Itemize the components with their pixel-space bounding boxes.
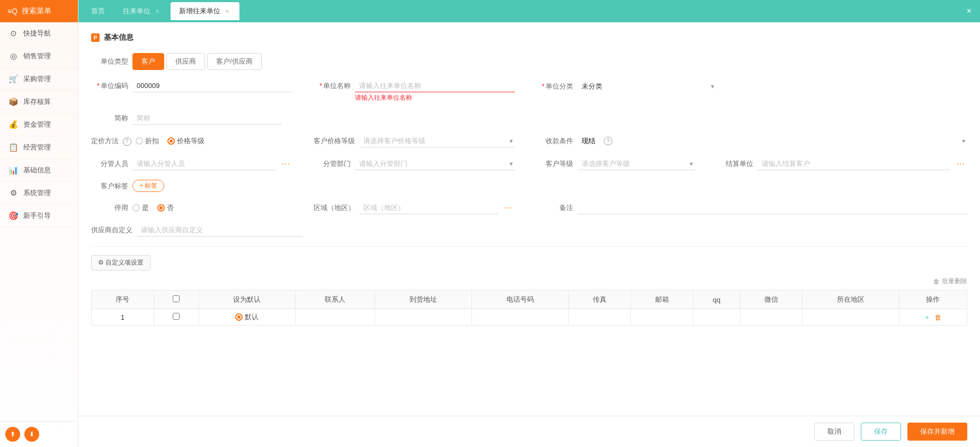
unit-name-input[interactable] bbox=[355, 80, 515, 92]
pricing-help-icon[interactable]: ? bbox=[123, 137, 131, 146]
radio-no-circle bbox=[157, 204, 165, 212]
unit-code-input[interactable] bbox=[132, 80, 292, 92]
form-content: P 基本信息 单位类型 客户 供应商 客户/供应商 *单位编码 bbox=[78, 22, 980, 416]
radio-price-level[interactable]: 价格等级 bbox=[167, 136, 204, 146]
operations-icon: 📋 bbox=[8, 143, 18, 152]
row-address bbox=[375, 309, 472, 326]
basic-icon: 📊 bbox=[8, 165, 18, 175]
sidebar-item-label: 系统管理 bbox=[23, 188, 51, 198]
payment-terms-wrapper: 现结 ▾ ? bbox=[577, 134, 967, 148]
main-area: 首页 往来单位 × 新增往来单位 × × P 基本信息 单位类型 客户 供应商 … bbox=[78, 0, 980, 447]
settlement-unit-more-btn[interactable]: ··· bbox=[955, 159, 967, 169]
customer-level-field: 客户等级 ▾ bbox=[536, 157, 695, 170]
btn-both[interactable]: 客户/供应商 bbox=[207, 53, 262, 70]
sidebar-bottom: ⬆ ⬇ bbox=[0, 421, 78, 447]
sidebar-item-label: 经营管理 bbox=[23, 143, 51, 152]
sidebar-item-label: 基础信息 bbox=[23, 165, 51, 175]
unit-code-label: *单位编码 bbox=[91, 81, 128, 91]
customer-price-level-wrapper[interactable]: ▾ bbox=[359, 135, 515, 147]
custom-settings-button[interactable]: ⚙ 自定义项设置 bbox=[91, 255, 150, 270]
row-email bbox=[631, 309, 693, 326]
payment-terms-chevron: ▾ bbox=[962, 137, 965, 145]
sidebar-item-purchase[interactable]: 🛒 采购管理 bbox=[0, 68, 78, 91]
remark-input[interactable] bbox=[577, 201, 967, 214]
remark-field: 备注 bbox=[536, 201, 967, 214]
sidebar-search-label: 搜索菜单 bbox=[22, 6, 51, 16]
batch-delete-button[interactable]: 🗑 批量删除 bbox=[933, 277, 967, 286]
col-default: 设为默认 bbox=[199, 291, 296, 309]
manager-label: 分管人员 bbox=[91, 159, 128, 169]
cancel-button[interactable]: 取消 bbox=[814, 423, 854, 441]
add-tag-button[interactable]: + 标签 bbox=[132, 180, 164, 192]
payment-terms-help-icon[interactable]: ? bbox=[604, 137, 612, 145]
department-input[interactable] bbox=[355, 157, 515, 170]
region-more-btn[interactable]: ··· bbox=[502, 203, 515, 213]
tab-partners[interactable]: 往来单位 × bbox=[114, 2, 170, 20]
sidebar-search[interactable]: ≡Q 搜索菜单 bbox=[0, 0, 78, 22]
unit-type-row: 单位类型 客户 供应商 客户/供应商 bbox=[91, 53, 967, 70]
customer-price-level-input[interactable] bbox=[359, 135, 515, 147]
sidebar-item-basic[interactable]: 📊 基础信息 bbox=[0, 159, 78, 182]
customer-level-wrapper[interactable]: ▾ bbox=[577, 157, 695, 170]
form-footer: 取消 保存 保存并新增 bbox=[78, 416, 980, 447]
tab-home[interactable]: 首页 bbox=[83, 2, 113, 20]
save-button[interactable]: 保存 bbox=[861, 423, 901, 441]
manager-row: 分管人员 ··· 分管部门 ▾ 客户等级 ▾ 结算单位 bbox=[91, 157, 967, 170]
unit-type-label: 单位类型 bbox=[91, 57, 128, 66]
table-header-row: 序号 设为默认 联系人 到货地址 电话号码 传真 邮箱 qq 微信 所在地区 操… bbox=[92, 291, 967, 309]
sidebar-bottom-btn-2[interactable]: ⬇ bbox=[24, 427, 39, 442]
radio-no[interactable]: 否 bbox=[157, 203, 174, 213]
divider bbox=[91, 246, 967, 247]
row-default-cell: 默认 bbox=[199, 309, 296, 326]
manager-input[interactable] bbox=[132, 157, 275, 170]
remark-label: 备注 bbox=[536, 203, 573, 213]
department-wrapper[interactable]: ▾ bbox=[355, 157, 515, 170]
sidebar-item-guide[interactable]: 🎯 新手引导 bbox=[0, 205, 78, 227]
sidebar-item-inventory[interactable]: 📦 库存核算 bbox=[0, 91, 78, 113]
radio-yes[interactable]: 是 bbox=[132, 203, 149, 213]
sidebar-item-quick-nav[interactable]: ⊙ 快捷导航 bbox=[0, 22, 78, 45]
sidebar-item-label: 销售管理 bbox=[23, 51, 51, 61]
supplier-custom-input[interactable] bbox=[137, 224, 303, 236]
radio-discount-circle bbox=[136, 137, 143, 145]
sidebar-item-system[interactable]: ⚙ 系统管理 bbox=[0, 182, 78, 205]
sidebar-item-operations[interactable]: 📋 经营管理 bbox=[0, 136, 78, 159]
tab-partners-close[interactable]: × bbox=[154, 7, 161, 15]
manager-more-btn[interactable]: ··· bbox=[280, 159, 292, 169]
sidebar-item-label: 库存核算 bbox=[23, 97, 51, 107]
sales-icon: ◎ bbox=[8, 51, 18, 61]
row-add-btn[interactable]: + bbox=[925, 313, 929, 321]
unit-info-row: *单位编码 *单位名称 请输入往来单位名称 *单位分类 未分类 bbox=[91, 80, 967, 102]
row-fax bbox=[568, 309, 631, 326]
tab-new-partner-close[interactable]: × bbox=[224, 7, 231, 15]
region-field: 区域（地区） ··· bbox=[314, 201, 515, 214]
quick-nav-icon: ⊙ bbox=[8, 29, 18, 38]
sidebar-item-finance[interactable]: 💰 资金管理 bbox=[0, 113, 78, 136]
row-delete-btn[interactable]: 🗑 bbox=[934, 313, 941, 321]
unit-name-label: *单位名称 bbox=[314, 81, 351, 91]
btn-customer[interactable]: 客户 bbox=[132, 53, 164, 70]
short-name-label: 简称 bbox=[91, 113, 128, 123]
radio-discount[interactable]: 折扣 bbox=[136, 136, 159, 146]
supplier-custom-row: 供应商自定义 bbox=[91, 224, 967, 236]
section-basic-info: P 基本信息 bbox=[91, 33, 967, 42]
window-close-btn[interactable]: × bbox=[963, 4, 976, 18]
guide-icon: 🎯 bbox=[8, 211, 18, 221]
payment-terms-label: 收款条件 bbox=[536, 136, 573, 146]
short-name-input[interactable] bbox=[132, 112, 282, 125]
row-checkbox[interactable] bbox=[173, 313, 180, 320]
row-default-radio[interactable]: 默认 bbox=[204, 312, 290, 322]
contact-table: 序号 设为默认 联系人 到货地址 电话号码 传真 邮箱 qq 微信 所在地区 操… bbox=[91, 290, 967, 326]
settlement-unit-input[interactable] bbox=[758, 157, 950, 170]
unit-code-field: *单位编码 bbox=[91, 80, 292, 92]
region-input[interactable] bbox=[359, 201, 498, 214]
customer-level-input[interactable] bbox=[577, 157, 695, 170]
region-label: 区域（地区） bbox=[314, 203, 355, 213]
save-new-button[interactable]: 保存并新增 bbox=[907, 423, 967, 441]
btn-supplier[interactable]: 供应商 bbox=[166, 53, 205, 70]
batch-delete-icon: 🗑 bbox=[933, 278, 940, 285]
select-all-checkbox[interactable] bbox=[173, 295, 180, 302]
tab-new-partner[interactable]: 新增往来单位 × bbox=[171, 2, 239, 20]
sidebar-item-sales[interactable]: ◎ 销售管理 bbox=[0, 45, 78, 68]
sidebar-bottom-btn-1[interactable]: ⬆ bbox=[5, 427, 20, 442]
